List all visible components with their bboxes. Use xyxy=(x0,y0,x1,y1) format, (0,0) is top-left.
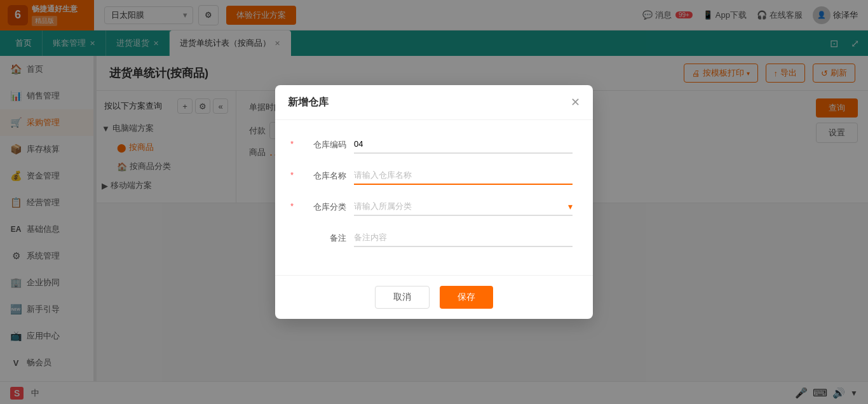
form-item-category: 仓库分类 ▾ xyxy=(295,198,573,216)
remark-input[interactable] xyxy=(354,229,573,247)
remark-label: 备注 xyxy=(295,232,346,244)
warehouse-code-label: 仓库编码 xyxy=(295,139,346,151)
modal-header: 新增仓库 ✕ xyxy=(275,85,593,120)
modal-footer: 取消 保存 xyxy=(275,275,593,319)
warehouse-code-input[interactable] xyxy=(354,135,573,154)
category-dropdown-icon: ▾ xyxy=(568,201,573,212)
modal-close-button[interactable]: ✕ xyxy=(571,95,580,109)
warehouse-category-input[interactable] xyxy=(354,198,568,215)
modal-body: 仓库编码 仓库名称 仓库分类 ▾ 备注 xyxy=(275,120,593,275)
form-item-name: 仓库名称 xyxy=(295,166,573,185)
warehouse-category-label: 仓库分类 xyxy=(295,201,346,213)
form-item-code: 仓库编码 xyxy=(295,135,573,154)
save-button[interactable]: 保存 xyxy=(440,286,493,309)
warehouse-category-wrapper[interactable]: ▾ xyxy=(354,198,573,216)
modal-title: 新增仓库 xyxy=(288,96,329,109)
warehouse-name-input[interactable] xyxy=(354,166,573,185)
form-item-remark: 备注 xyxy=(295,229,573,247)
warehouse-name-label: 仓库名称 xyxy=(295,170,346,182)
add-warehouse-modal: 新增仓库 ✕ 仓库编码 仓库名称 仓库分类 ▾ 备注 取消 保存 xyxy=(275,85,593,319)
cancel-button[interactable]: 取消 xyxy=(375,286,430,309)
